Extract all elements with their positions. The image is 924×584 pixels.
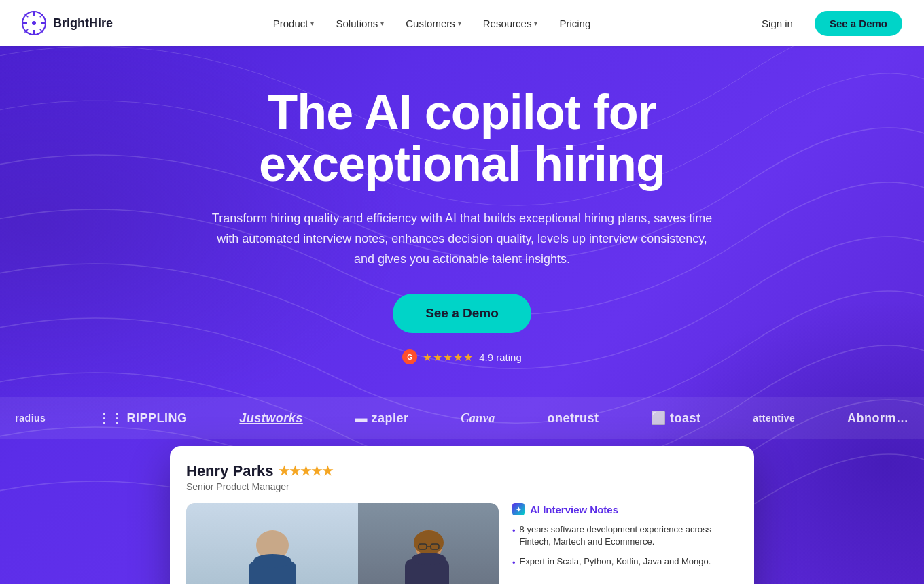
logo-text: BrightHire — [53, 16, 113, 31]
navbar: BrightHire Product ▾ Solutions ▾ Custome… — [0, 0, 924, 46]
candidate-star-rating: ★★★★★ — [279, 464, 333, 479]
svg-point-15 — [414, 530, 444, 555]
card-body: ✦ AI Interview Notes • 8 years software … — [186, 503, 738, 584]
g2-badge: G — [402, 349, 417, 364]
nav-pricing[interactable]: Pricing — [550, 12, 600, 35]
logo-rippling: ⋮⋮ RIPPLING — [98, 411, 188, 426]
candidate-title: Senior Product Manager — [186, 481, 738, 492]
nav-demo-button[interactable]: See a Demo — [815, 11, 902, 36]
logo[interactable]: BrightHire — [22, 11, 113, 35]
hero-section: The AI copilot for exceptional hiring Tr… — [0, 0, 924, 584]
nav-links: Product ▾ Solutions ▾ Customers ▾ Resour… — [264, 12, 601, 35]
bottom-section: See 1 min overview ↳ Henry Parks ★★★★★ S… — [0, 432, 924, 584]
video-area — [186, 503, 499, 584]
logo-attentive: attentive — [753, 413, 795, 424]
svg-point-17 — [412, 553, 446, 565]
chevron-down-icon: ▾ — [534, 20, 537, 27]
nav-solutions[interactable]: Solutions ▾ — [326, 12, 393, 35]
bullet-icon: • — [512, 557, 516, 569]
logo-zapier: ▬ zapier — [355, 411, 408, 426]
ai-sparkle-icon: ✦ — [512, 503, 525, 515]
ai-notes-panel: ✦ AI Interview Notes • 8 years software … — [512, 503, 738, 584]
nav-customers[interactable]: Customers ▾ — [396, 12, 471, 35]
nav-actions: Sign in See a Demo — [751, 11, 902, 36]
nav-resources[interactable]: Resources ▾ — [474, 12, 548, 35]
rating-row: G ★★★★★ 4.9 rating — [211, 349, 713, 364]
bullet-icon: • — [512, 525, 516, 537]
card-header: Henry Parks ★★★★★ Senior Product Manager — [186, 462, 738, 492]
ai-note-item: • Expert in Scala, Python, Kotlin, Java … — [512, 555, 738, 569]
ai-notes-header: ✦ AI Interview Notes — [512, 503, 738, 515]
video-person1 — [186, 503, 358, 584]
video-person2 — [358, 503, 499, 584]
interview-card: Henry Parks ★★★★★ Senior Product Manager — [170, 446, 754, 584]
chevron-down-icon: ▾ — [458, 20, 461, 27]
logo-radius: radius — [15, 413, 46, 424]
logo-justworks: Justworks — [239, 411, 303, 426]
logo-canva: Canva — [461, 411, 495, 426]
hero-subtitle: Transform hiring quality and efficiency … — [211, 209, 713, 269]
star-rating: ★★★★★ — [423, 351, 474, 364]
nav-product[interactable]: Product ▾ — [264, 12, 324, 35]
logo-icon — [22, 11, 46, 35]
candidate-name: Henry Parks ★★★★★ — [186, 462, 738, 480]
svg-point-13 — [253, 554, 291, 568]
logo-toast: ⬜ toast — [651, 411, 701, 426]
hero-title: The AI copilot for exceptional hiring — [211, 87, 713, 190]
svg-point-1 — [32, 21, 36, 25]
hero-content: The AI copilot for exceptional hiring Tr… — [183, 46, 741, 397]
signin-button[interactable]: Sign in — [751, 12, 804, 35]
hero-cta-button[interactable]: See a Demo — [393, 294, 531, 333]
chevron-down-icon: ▾ — [310, 20, 314, 27]
rating-value: 4.9 rating — [479, 351, 522, 363]
ai-note-item: • 8 years software development experienc… — [512, 523, 738, 548]
logo-abnormal: Abnorm… — [847, 411, 909, 426]
logo-onetrust: onetrust — [547, 411, 599, 426]
chevron-down-icon: ▾ — [380, 20, 384, 27]
